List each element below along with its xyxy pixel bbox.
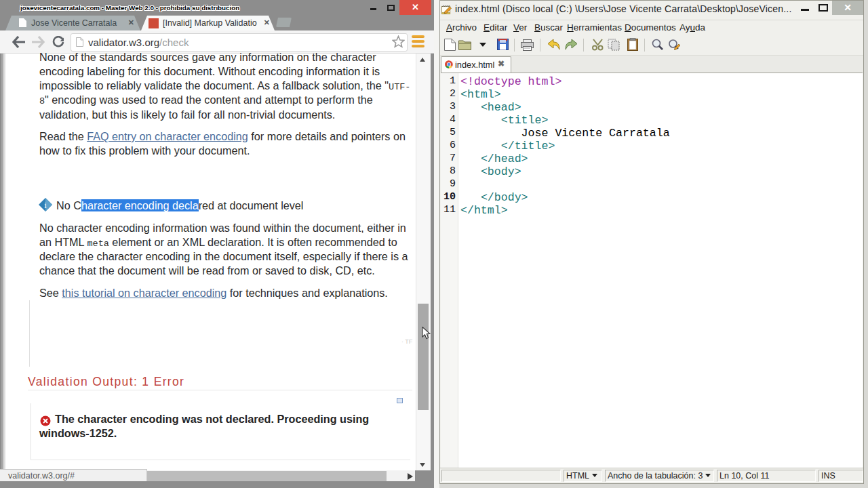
svg-text:i: i: [44, 200, 47, 210]
